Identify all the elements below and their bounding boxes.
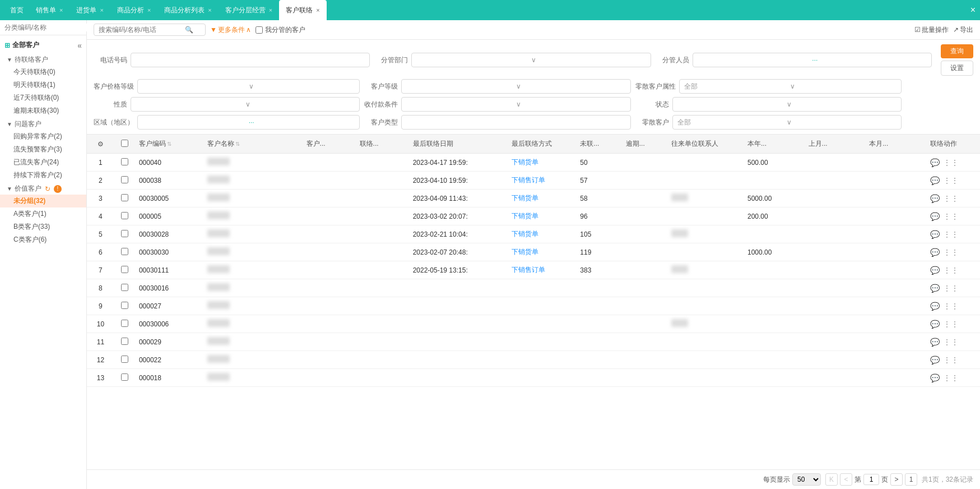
more-action-icon[interactable]: ⋮⋮ (943, 212, 959, 221)
page-number-input[interactable] (863, 474, 879, 485)
chat-icon[interactable]: 💬 (930, 266, 940, 275)
tab-product-analysis-list-close[interactable]: × (208, 7, 211, 13)
sidebar-item-churned[interactable]: 已流失客户(24) (0, 156, 86, 169)
manager-select[interactable]: ··· (693, 53, 932, 67)
chat-icon[interactable]: 💬 (930, 230, 940, 239)
tab-customer-segment-close[interactable]: × (269, 7, 272, 13)
row-checkbox[interactable] (114, 225, 136, 243)
sidebar-search-input[interactable] (4, 24, 89, 31)
sidebar-item-class-c[interactable]: C类客户(6) (0, 233, 86, 246)
more-action-icon[interactable]: ⋮⋮ (943, 158, 959, 167)
sidebar-item-overdue-pending[interactable]: 逾期未联络(30) (0, 104, 86, 117)
sidebar-credit-section[interactable]: ▼ 价值客户 ↻ ! (0, 182, 86, 195)
row-checkbox[interactable] (114, 207, 136, 225)
chat-icon[interactable]: 💬 (930, 373, 940, 382)
price-level-select[interactable]: ∨ (137, 79, 360, 94)
more-action-icon[interactable]: ⋮⋮ (943, 373, 959, 382)
row-check-input[interactable] (121, 320, 128, 327)
row-check-input[interactable] (121, 284, 128, 291)
dept-select[interactable]: ∨ (411, 53, 651, 67)
row-check-input[interactable] (121, 266, 128, 273)
row-checkbox[interactable] (114, 279, 136, 297)
more-action-icon[interactable]: ⋮⋮ (943, 302, 959, 311)
close-all-button[interactable]: × (970, 5, 976, 15)
row-checkbox[interactable] (114, 333, 136, 351)
sidebar-collapse-button[interactable]: « (77, 41, 82, 50)
search-box[interactable]: 🔍 (94, 24, 206, 36)
last-method-link[interactable]: 下销售订单 (512, 176, 545, 184)
sidebar-problem-section[interactable]: ▼ 问题客户 (0, 117, 86, 130)
tab-product-analysis-list[interactable]: 商品分析列表 × (157, 0, 218, 20)
retail-customer-select[interactable]: 全部 ∨ (672, 115, 902, 130)
gender-select[interactable]: ∨ (131, 97, 360, 112)
chat-icon[interactable]: 💬 (930, 248, 940, 257)
sidebar-item-abnormal-repurchase[interactable]: 回购异常客户(2) (0, 130, 86, 143)
more-action-icon[interactable]: ⋮⋮ (943, 356, 959, 365)
more-conditions-button[interactable]: ▼ 更多条件 ∧ (210, 25, 251, 35)
sidebar-item-class-b[interactable]: B类客户(33) (0, 220, 86, 233)
row-check-input[interactable] (121, 373, 128, 381)
code-sort-icon[interactable]: ⇅ (167, 141, 171, 147)
sidebar-search-box[interactable]: 🔍 (0, 20, 86, 35)
chat-icon[interactable]: 💬 (930, 302, 940, 311)
tab-home[interactable]: 首页 (4, 0, 29, 20)
status-select[interactable]: ∨ (672, 97, 902, 112)
chat-icon[interactable]: 💬 (930, 320, 940, 329)
chat-icon[interactable]: 💬 (930, 284, 940, 293)
row-check-input[interactable] (121, 158, 128, 165)
row-checkbox[interactable] (114, 351, 136, 369)
chat-icon[interactable]: 💬 (930, 158, 940, 167)
sidebar-item-ungroup[interactable]: 未分组(32) (0, 195, 86, 207)
chat-icon[interactable]: 💬 (930, 338, 940, 347)
tab-customer-segment[interactable]: 客户分层经营 × (219, 0, 279, 20)
more-action-icon[interactable]: ⋮⋮ (943, 320, 959, 329)
sidebar-item-churn-warning[interactable]: 流失预警客户(3) (0, 143, 86, 156)
row-checkbox[interactable] (114, 154, 136, 172)
sidebar-all-customers[interactable]: ⊞ 全部客户 « (0, 38, 86, 53)
chat-icon[interactable]: 💬 (930, 194, 940, 203)
search-icon[interactable]: 🔍 (185, 26, 193, 34)
row-checkbox[interactable] (114, 243, 136, 261)
row-check-input[interactable] (121, 212, 128, 219)
my-customers-check[interactable] (256, 26, 263, 34)
sidebar-item-today-pending[interactable]: 今天待联络(0) (0, 66, 86, 79)
row-check-input[interactable] (121, 194, 128, 201)
sidebar-item-declining[interactable]: 持续下滑客户(2) (0, 169, 86, 182)
more-action-icon[interactable]: ⋮⋮ (943, 248, 959, 257)
payment-select[interactable]: ∨ (401, 97, 630, 112)
row-check-input[interactable] (121, 356, 128, 363)
reset-button[interactable]: 设置 (941, 61, 973, 76)
row-check-input[interactable] (121, 248, 128, 255)
settings-icon[interactable]: ⚙ (97, 140, 104, 148)
last-method-link[interactable]: 下销货单 (512, 230, 538, 238)
tab-product-analysis-close[interactable]: × (147, 7, 151, 13)
name-sort-icon[interactable]: ⇅ (235, 141, 240, 147)
customer-type-select[interactable] (401, 115, 630, 130)
row-checkbox[interactable] (114, 172, 136, 190)
region-select[interactable]: ··· (137, 115, 360, 130)
row-checkbox[interactable] (114, 297, 136, 315)
row-checkbox[interactable] (114, 369, 136, 387)
more-action-icon[interactable]: ⋮⋮ (943, 194, 959, 203)
sidebar-pending-section[interactable]: ▼ 待联络客户 (0, 53, 86, 66)
row-check-input[interactable] (121, 176, 128, 183)
last-method-link[interactable]: 下销货单 (512, 158, 538, 166)
last-method-link[interactable]: 下销货单 (512, 194, 538, 202)
region-dots[interactable]: ··· (249, 118, 355, 126)
row-checkbox[interactable] (114, 261, 136, 279)
row-check-input[interactable] (121, 338, 128, 345)
last-method-link[interactable]: 下销货单 (512, 212, 538, 220)
sidebar-item-class-a[interactable]: A类客户(1) (0, 207, 86, 220)
last-method-link[interactable]: 下销货单 (512, 248, 538, 256)
sidebar-item-tomorrow-pending[interactable]: 明天待联络(1) (0, 79, 86, 91)
page-size-select[interactable]: 50 20 100 (792, 473, 821, 486)
tab-purchase-order-close[interactable]: × (100, 7, 103, 13)
refresh-icon[interactable]: ↻ (45, 185, 50, 193)
phone-input[interactable] (131, 53, 370, 67)
my-customers-checkbox[interactable]: 我分管的客户 (256, 25, 305, 35)
chat-icon[interactable]: 💬 (930, 176, 940, 185)
row-check-input[interactable] (121, 302, 128, 309)
tab-sales-order[interactable]: 销售单 × (29, 0, 69, 20)
prev-page-button[interactable]: < (840, 473, 852, 486)
row-checkbox[interactable] (114, 315, 136, 333)
